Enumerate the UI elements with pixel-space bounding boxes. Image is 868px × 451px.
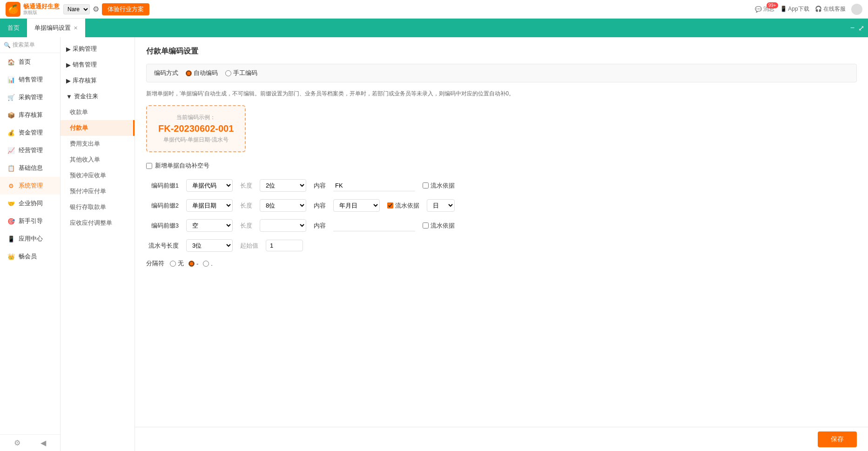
auto-fill-checkbox[interactable] [146, 163, 152, 169]
trial-button[interactable]: 体验行业方案 [102, 3, 149, 15]
sidebar-settings-button[interactable]: ⚙ [14, 438, 20, 447]
tab-encoding-settings[interactable]: 单据编码设置 ✕ [27, 19, 85, 37]
sub-sidebar-sales-toggle[interactable]: ▶ 销售管理 [61, 57, 135, 73]
tab-home-label: 首页 [7, 24, 20, 32]
app-download-link[interactable]: 📱 App下载 [780, 5, 809, 13]
operations-icon: 📈 [7, 147, 15, 154]
sidebar-home-label: 首页 [19, 58, 31, 66]
brand: 🍊 畅通通好生意 旗舰版 [6, 2, 60, 17]
online-service-link[interactable]: 🎧 在线客服 [815, 5, 846, 13]
sep-dash-radio[interactable] [188, 261, 195, 267]
sidebar-item-basics[interactable]: 📋 基础信息 [0, 159, 60, 177]
message-badge: 99+ [767, 2, 778, 8]
sidebar-item-enterprise[interactable]: 🤝 企业协同 [0, 195, 60, 212]
sidebar-member-label: 畅会员 [19, 252, 37, 261]
sub-sidebar-capital-toggle[interactable]: ▼ 资金往来 [61, 88, 135, 104]
prefix1-flow-checkbox[interactable] [423, 182, 429, 188]
sub-sidebar-advance-offset[interactable]: 预付冲应付单 [61, 183, 135, 199]
manual-code-radio[interactable] [225, 70, 231, 76]
company-select[interactable]: Nare [63, 4, 90, 14]
sub-sidebar-purchase-toggle[interactable]: ▶ 采购管理 [61, 41, 135, 57]
prefix2-select[interactable]: 单据日期 部门 业务员 空 [186, 199, 233, 212]
sep-dot-label[interactable]: . [203, 260, 213, 267]
brand-name: 畅通通好生意 [23, 3, 60, 10]
sep-dash-label[interactable]: - [188, 260, 198, 267]
sidebar-item-apps[interactable]: 📱 应用中心 [0, 230, 60, 248]
prefix1-flow-check-label[interactable]: 流水依据 [423, 182, 455, 190]
prefix2-content-select[interactable]: 年月日 年月 年 [333, 199, 380, 212]
sidebar-item-sales[interactable]: 📊 销售管理 [0, 71, 60, 88]
info-text: 新增单据时，'单据编码'自动生成，不可编辑。前缀设置为部门、业务员等档案类，开单… [146, 90, 857, 98]
sub-sidebar-adjustment[interactable]: 应收应付调整单 [61, 215, 135, 231]
prefix1-content-input[interactable] [333, 180, 415, 191]
separator-radio-group: 无 - . [170, 259, 213, 268]
message-btn[interactable]: 💬 消息 99+ [755, 5, 774, 13]
sub-inventory-label: 库存核算 [73, 76, 97, 85]
sub-sidebar-expense[interactable]: 费用支出单 [61, 136, 135, 152]
prefix2-flow-label: 流水依据 [395, 202, 419, 210]
prefix1-select[interactable]: 单据代码 部门 业务员 空 [186, 179, 233, 192]
prefix1-length-select[interactable]: 2位 3位 4位 5位 6位 [260, 179, 306, 192]
prefix3-select[interactable]: 空 部门 业务员 单据代码 [186, 219, 233, 232]
tab-bar: 首页 单据编码设置 ✕ − ⤢ [0, 19, 868, 37]
sub-group-inventory: ▶ 库存核算 [61, 73, 135, 88]
sidebar-search[interactable]: 🔍 搜索菜单 [0, 37, 60, 53]
tab-close-icon[interactable]: ✕ [74, 25, 78, 31]
prefix2-flow-unit-select[interactable]: 日 月 年 [427, 199, 455, 212]
sidebar-item-operations[interactable]: 📈 经营管理 [0, 141, 60, 159]
sidebar-system-label: 系统管理 [19, 182, 43, 190]
sidebar-item-member[interactable]: 👑 畅会员 [0, 248, 60, 265]
auto-code-radio-label[interactable]: 自动编码 [186, 69, 218, 77]
manual-code-label: 手工编码 [233, 69, 257, 77]
apps-icon: 📱 [7, 235, 15, 242]
tab-home[interactable]: 首页 [0, 19, 27, 37]
sidebar-purchase-label: 采购管理 [19, 93, 43, 101]
enterprise-icon: 🤝 [7, 200, 15, 207]
sep-none-radio[interactable] [170, 261, 176, 267]
prefix3-content-input[interactable] [333, 220, 415, 231]
top-bar-left: 🍊 畅通通好生意 旗舰版 Nare ⚙ 体验行业方案 [6, 2, 751, 17]
start-value-input[interactable] [266, 240, 303, 251]
sub-sidebar-receipt[interactable]: 收款单 [61, 104, 135, 120]
sub-sidebar-payment[interactable]: 付款单 [61, 120, 135, 136]
prefix2-flow-check-label[interactable]: 流水依据 [387, 202, 419, 210]
settings-gear-button[interactable]: ⚙ [93, 5, 99, 13]
sep-dot-radio[interactable] [203, 261, 209, 267]
main-content-area: 付款单编码设置 编码方式 自动编码 手工编码 [135, 37, 868, 427]
encoding-type-row: 编码方式 自动编码 手工编码 [146, 64, 857, 82]
bottom-bar: 保存 [135, 427, 868, 451]
sidebar-item-guide[interactable]: 🎯 新手引导 [0, 212, 60, 230]
sub-sidebar-other-income[interactable]: 其他收入单 [61, 152, 135, 168]
prefix2-flow-checkbox[interactable] [387, 202, 393, 209]
inventory-icon: 📦 [7, 111, 15, 119]
prefix3-flow-checkbox[interactable] [423, 222, 429, 229]
sub-sidebar-inventory-toggle[interactable]: ▶ 库存核算 [61, 73, 135, 88]
sub-sidebar-bank[interactable]: 银行存取款单 [61, 199, 135, 215]
service-label: 在线客服 [823, 6, 846, 12]
prefix3-length-select[interactable] [260, 219, 306, 232]
sidebar-item-finance[interactable]: 💰 资金管理 [0, 124, 60, 141]
sidebar-item-purchase[interactable]: 🛒 采购管理 [0, 88, 60, 106]
sep-dash-text: - [196, 260, 198, 267]
sidebar-item-system[interactable]: ⚙ 系统管理 [0, 177, 60, 195]
finance-icon: 💰 [7, 129, 15, 136]
serial-length-select[interactable]: 1位 2位 3位 4位 5位 6位 [186, 239, 233, 252]
sidebar-collapse-button[interactable]: ◀ [40, 438, 46, 447]
sep-none-label[interactable]: 无 [170, 259, 184, 268]
sidebar-item-home[interactable]: 🏠 首页 [0, 53, 60, 71]
save-button[interactable]: 保存 [818, 431, 857, 447]
sidebar-finance-label: 资金管理 [19, 128, 43, 137]
sub-sidebar-prepay-offset[interactable]: 预收冲应收单 [61, 168, 135, 183]
prefix2-length-select[interactable]: 4位 6位 8位 [260, 199, 306, 212]
tab-minimize-button[interactable]: − [850, 24, 855, 33]
prefix3-flow-check-label[interactable]: 流水依据 [423, 222, 455, 230]
tab-maximize-button[interactable]: ⤢ [858, 24, 864, 33]
guide-icon: 🎯 [7, 217, 15, 225]
sep-none-text: 无 [178, 259, 184, 268]
user-avatar[interactable] [851, 4, 862, 15]
manual-code-radio-label[interactable]: 手工编码 [225, 69, 257, 77]
auto-code-radio[interactable] [186, 70, 192, 76]
message-icon: 💬 [755, 6, 762, 13]
sidebar-item-inventory[interactable]: 📦 库存核算 [0, 106, 60, 124]
brand-edition: 旗舰版 [23, 10, 60, 15]
